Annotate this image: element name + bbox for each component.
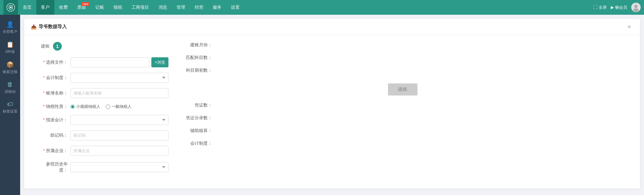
tax-row: 纳税性质： 小规模纳税人 一般纳税人 xyxy=(41,104,168,110)
file-label: 选择文件： xyxy=(41,59,68,65)
card-title: 📥 导爷数据导入 xyxy=(31,24,67,30)
member-button[interactable]: ▶ 畅会员 xyxy=(611,5,627,10)
import-card: 📥 导爷数据导入 × 建账 1 选择文件： xyxy=(24,19,640,189)
voucher-row: 凭证数： xyxy=(182,102,623,108)
month-row: 建账月份： xyxy=(182,42,623,48)
voucher-entries-label: 凭证分录数： xyxy=(182,115,212,121)
small-taxpayer-radio[interactable] xyxy=(70,105,75,109)
file-row: 选择文件： +浏览 xyxy=(41,57,168,67)
memo-row: 助记码： xyxy=(41,130,168,140)
browse-button[interactable]: +浏览 xyxy=(151,57,168,67)
form-section: 建账 1 选择文件： +浏览 会计制度： xyxy=(34,42,175,179)
migrate-icon: 📦 xyxy=(6,61,14,68)
content-area: 📥 导爷数据导入 × 建账 1 选择文件： xyxy=(20,15,644,195)
card-body: 建账 1 选择文件： +浏览 会计制度： xyxy=(24,35,640,189)
general-taxpayer-radio[interactable] xyxy=(106,105,110,109)
tax-label: 纳税性质： xyxy=(41,104,68,110)
nav-right: ⛶ 全屏 ▶ 畅会员 xyxy=(593,3,641,12)
nav-item-settings[interactable]: 设置 xyxy=(226,0,244,15)
sidebar-item-all-clients[interactable]: 👤 全部客户 xyxy=(1,18,19,37)
avatar[interactable] xyxy=(631,3,641,12)
svg-point-3 xyxy=(634,5,638,8)
nav-items: 首页 客户 收费 票据 new 记账 报税 工商项目 消息 管理 经营 xyxy=(18,0,593,15)
small-taxpayer-option[interactable]: 小规模纳税人 xyxy=(70,104,100,110)
member-icon: ▶ xyxy=(611,5,614,10)
ledger-input[interactable] xyxy=(70,88,168,98)
trash-icon: 🗑 xyxy=(7,81,13,88)
fullscreen-icon: ⛶ xyxy=(593,5,597,10)
accounting-label: 会计制度： xyxy=(41,75,68,81)
build-btn-section: 建账 xyxy=(182,80,623,95)
sidebar-item-trash[interactable]: 🗑 回收站 xyxy=(1,78,19,97)
sidebar-item-zero-declare[interactable]: 📋 0申报 xyxy=(1,38,19,57)
match-row: 匹配科目数： xyxy=(182,55,623,61)
nav-item-bookkeeping[interactable]: 记账 xyxy=(91,0,109,15)
sidebar-item-migrate[interactable]: 📦 账套迁移 xyxy=(1,58,19,77)
nav-item-tax[interactable]: 报税 xyxy=(109,0,127,15)
history-row: 参照历史年度： xyxy=(41,161,168,173)
tags-icon: 🏷 xyxy=(7,101,13,108)
ledger-label: 账簿名称： xyxy=(41,90,68,96)
sidebar: 👤 全部客户 📋 0申报 📦 账套迁移 🗑 回收站 🏷 标签设置 xyxy=(0,15,20,195)
aux-label: 辅助核算： xyxy=(182,128,212,134)
nav-item-business[interactable]: 工商项目 xyxy=(127,0,154,15)
sidebar-item-tags[interactable]: 🏷 标签设置 xyxy=(1,98,19,117)
init-row: 科目期初数： xyxy=(182,67,623,73)
month-label: 建账月份： xyxy=(182,42,212,48)
import-icon: 📥 xyxy=(31,24,37,29)
nav-item-messages[interactable]: 消息 xyxy=(154,0,172,15)
nav-item-clients[interactable]: 客户 xyxy=(36,0,54,15)
system-row: 会计制度： xyxy=(182,140,623,146)
memo-input[interactable] xyxy=(70,130,168,140)
top-navigation: 首页 客户 收费 票据 new 记账 报税 工商项目 消息 管理 经营 xyxy=(0,0,644,15)
match-label: 匹配科目数： xyxy=(182,55,212,61)
company-row: 所属企业： xyxy=(41,146,168,156)
accountant-select[interactable] xyxy=(70,115,168,125)
history-select[interactable] xyxy=(70,162,168,172)
history-label: 参照历史年度： xyxy=(41,161,68,173)
nav-item-manage[interactable]: 管理 xyxy=(172,0,190,15)
accountant-row: 指派会计： xyxy=(41,115,168,125)
all-clients-icon: 👤 xyxy=(6,21,14,28)
nav-item-home[interactable]: 首页 xyxy=(18,0,36,15)
init-label: 科目期初数： xyxy=(182,67,212,73)
nav-item-services[interactable]: 服务 xyxy=(208,0,226,15)
voucher-entries-row: 凭证分录数： xyxy=(182,115,623,121)
fullscreen-button[interactable]: ⛶ 全屏 xyxy=(593,5,607,10)
zero-declare-icon: 📋 xyxy=(6,41,14,48)
step-badge: 1 xyxy=(53,42,62,51)
main-layout: 👤 全部客户 📋 0申报 📦 账套迁移 🗑 回收站 🏷 标签设置 📥 导 xyxy=(0,15,644,195)
accounting-row: 会计制度： xyxy=(41,73,168,83)
close-button[interactable]: × xyxy=(625,23,633,31)
file-input[interactable] xyxy=(70,57,149,67)
memo-label: 助记码： xyxy=(41,132,68,138)
new-badge: new xyxy=(82,2,89,6)
svg-point-1 xyxy=(10,6,11,8)
ledger-row: 账簿名称： xyxy=(41,88,168,98)
system-label: 会计制度： xyxy=(182,140,212,146)
logo[interactable] xyxy=(3,0,18,15)
step-label: 建账 xyxy=(41,43,50,49)
general-taxpayer-option[interactable]: 一般纳税人 xyxy=(106,104,132,110)
accountant-label: 指派会计： xyxy=(41,117,68,123)
accounting-select[interactable] xyxy=(70,73,168,83)
voucher-label: 凭证数： xyxy=(182,102,212,108)
nav-item-operations[interactable]: 经营 xyxy=(190,0,208,15)
svg-point-4 xyxy=(633,8,639,12)
nav-item-invoice[interactable]: 票据 new xyxy=(72,0,91,15)
company-input[interactable] xyxy=(70,146,168,156)
nav-item-billing[interactable]: 收费 xyxy=(54,0,72,15)
build-button[interactable]: 建账 xyxy=(388,83,417,95)
company-label: 所属企业： xyxy=(41,148,68,154)
tax-radio-group: 小规模纳税人 一般纳税人 xyxy=(70,104,132,110)
aux-row: 辅助核算： xyxy=(182,128,623,134)
info-section: 建账月份： 匹配科目数： 科目期初数： 建账 xyxy=(175,42,630,179)
step-header: 建账 1 xyxy=(41,42,168,51)
card-header: 📥 导爷数据导入 × xyxy=(24,19,640,35)
